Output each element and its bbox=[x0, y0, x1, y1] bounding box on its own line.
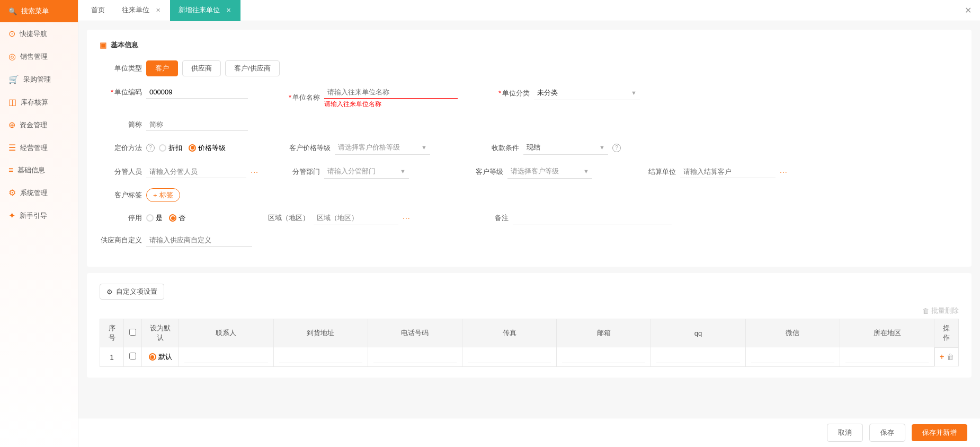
tab-home[interactable]: 首页 bbox=[83, 0, 113, 21]
settlement-dots[interactable]: ··· bbox=[780, 168, 788, 176]
wechat-input[interactable] bbox=[751, 350, 834, 363]
manager-label: 分管人员 bbox=[100, 167, 142, 177]
custom-settings-button[interactable]: ⚙ 自定义项设置 bbox=[100, 284, 164, 300]
tab-add-partner[interactable]: 新增往来单位 ✕ bbox=[170, 0, 240, 21]
settlement-field: 结算单位 ··· bbox=[634, 165, 959, 178]
pricing-discount[interactable]: 折扣 bbox=[159, 143, 182, 153]
payment-field: 收款条件 现结 ▼ ? bbox=[477, 141, 636, 155]
tab-add-partner-close[interactable]: ✕ bbox=[223, 5, 232, 15]
region-table-input[interactable] bbox=[845, 350, 929, 363]
tab-partners[interactable]: 往来单位 ✕ bbox=[113, 0, 170, 21]
sidebar-item-basic-info[interactable]: ≡ 基础信息 bbox=[0, 159, 78, 181]
settlement-label: 结算单位 bbox=[634, 167, 676, 177]
disabled-label: 停用 bbox=[100, 213, 142, 223]
disabled-yes[interactable]: 是 bbox=[146, 213, 163, 223]
cancel-button[interactable]: 取消 bbox=[827, 424, 863, 442]
tab-bar-close-all[interactable]: ✕ bbox=[960, 5, 976, 15]
code-field: *单位编码 bbox=[100, 86, 248, 99]
delete-row-btn[interactable]: 🗑 bbox=[947, 353, 954, 361]
manager-input[interactable] bbox=[146, 165, 246, 178]
cell-phone bbox=[368, 347, 462, 367]
region-dots[interactable]: ··· bbox=[403, 214, 411, 222]
region-input[interactable] bbox=[314, 212, 398, 224]
manager-field: 分管人员 ··· bbox=[100, 165, 259, 178]
dept-field: 分管部门 请输入分管部门 ▼ bbox=[278, 164, 436, 179]
row-default-radio[interactable]: 默认 bbox=[147, 352, 173, 362]
tab-partners-close[interactable]: ✕ bbox=[153, 5, 162, 15]
customer-grade-label: 客户等级 bbox=[461, 167, 503, 177]
search-menu-item[interactable]: 🔍 搜索菜单 bbox=[0, 0, 78, 22]
disabled-no-inner bbox=[171, 216, 175, 220]
sidebar-item-quick-nav[interactable]: ⊙ 快捷导航 bbox=[0, 22, 78, 45]
contact-input[interactable] bbox=[184, 350, 268, 363]
code-input[interactable] bbox=[146, 86, 248, 99]
unit-type-supplier[interactable]: 供应商 bbox=[182, 60, 221, 76]
name-field: *单位名称 请输入往来单位名称 bbox=[278, 86, 458, 109]
sidebar-item-guide[interactable]: ✦ 新手引导 bbox=[0, 204, 78, 227]
sidebar-item-operations[interactable]: ☰ 经营管理 bbox=[0, 136, 78, 159]
qq-input[interactable] bbox=[656, 350, 740, 363]
price-grade-chevron: ▼ bbox=[421, 144, 427, 151]
remark-input[interactable] bbox=[513, 212, 672, 224]
abbr-input[interactable] bbox=[146, 118, 248, 131]
remark-field: 备注 bbox=[466, 212, 959, 224]
unit-type-both[interactable]: 客户/供应商 bbox=[225, 60, 280, 76]
select-all-checkbox[interactable] bbox=[129, 329, 136, 336]
customer-grade-select[interactable]: 请选择客户等级 ▼ bbox=[507, 164, 592, 179]
pricing-grade[interactable]: 价格等级 bbox=[189, 143, 226, 153]
name-input[interactable] bbox=[324, 86, 458, 99]
th-phone: 电话号码 bbox=[368, 319, 462, 347]
search-menu-label: 搜索菜单 bbox=[21, 6, 49, 16]
sidebar-item-purchase[interactable]: 🛒 采购管理 bbox=[0, 68, 78, 91]
supplier-custom-field: 供应商自定义 bbox=[100, 234, 269, 247]
add-row-btn[interactable]: + bbox=[939, 352, 944, 362]
address-input[interactable] bbox=[279, 350, 362, 363]
tag-field: 客户标签 + 标签 bbox=[100, 188, 959, 202]
unit-type-field: 单位类型 客户 供应商 客户/供应商 bbox=[100, 60, 959, 76]
batch-delete-button[interactable]: 🗑 批量删除 bbox=[922, 306, 959, 315]
sidebar-item-label: 经营管理 bbox=[20, 143, 48, 153]
grade-radio-inner bbox=[191, 146, 194, 150]
category-select[interactable]: 未分类 ▼ bbox=[534, 86, 640, 100]
price-grade-label: 客户价格等级 bbox=[288, 143, 331, 153]
supplier-custom-input[interactable] bbox=[146, 234, 252, 247]
cell-fax bbox=[462, 347, 556, 367]
table-header: 序号 设为默认 联系人 到货地址 电话号码 传真 邮箱 qq 微信 所在地区 bbox=[100, 319, 959, 347]
row-checkbox[interactable] bbox=[129, 353, 136, 360]
payment-help-icon[interactable]: ? bbox=[612, 144, 621, 152]
disabled-row: 停用 是 否 区 bbox=[100, 212, 959, 224]
price-grade-select[interactable]: 请选择客户价格等级 ▼ bbox=[335, 141, 430, 155]
tag-add-button[interactable]: + 标签 bbox=[146, 188, 180, 202]
payment-select[interactable]: 现结 ▼ bbox=[523, 141, 608, 155]
sidebar-item-label: 采购管理 bbox=[23, 75, 51, 84]
price-grade-placeholder: 请选择客户价格等级 bbox=[338, 143, 419, 152]
quick-nav-icon: ⊙ bbox=[8, 29, 15, 39]
tag-label: 客户标签 bbox=[100, 190, 142, 200]
disabled-no[interactable]: 否 bbox=[169, 213, 185, 223]
sidebar-item-inventory[interactable]: ◫ 库存核算 bbox=[0, 91, 78, 113]
settlement-input[interactable] bbox=[680, 165, 776, 178]
abbr-field: 简称 bbox=[100, 118, 248, 131]
pricing-label: 定价方法 bbox=[100, 143, 142, 153]
cell-default: 默认 bbox=[142, 347, 179, 367]
batch-delete-label: 批量删除 bbox=[931, 306, 959, 315]
grade-radio-outer bbox=[189, 144, 196, 152]
dept-select[interactable]: 请输入分管部门 ▼ bbox=[324, 164, 409, 179]
save-button[interactable]: 保存 bbox=[869, 424, 905, 442]
discount-radio-outer bbox=[159, 144, 166, 152]
sidebar-item-system[interactable]: ⚙ 系统管理 bbox=[0, 181, 78, 204]
sidebar-item-label: 系统管理 bbox=[20, 188, 48, 198]
pricing-help-icon[interactable]: ? bbox=[146, 144, 155, 152]
settings-icon: ⚙ bbox=[106, 288, 113, 296]
sidebar-item-finance[interactable]: ⊕ 资金管理 bbox=[0, 113, 78, 136]
manager-dots[interactable]: ··· bbox=[251, 168, 259, 176]
unit-type-customer[interactable]: 客户 bbox=[146, 60, 178, 76]
customer-grade-chevron: ▼ bbox=[583, 168, 589, 174]
phone-input[interactable] bbox=[373, 350, 457, 363]
fax-input[interactable] bbox=[468, 350, 551, 363]
save-new-button[interactable]: 保存并新增 bbox=[912, 424, 967, 441]
sidebar-item-sales[interactable]: ◎ 销售管理 bbox=[0, 45, 78, 68]
name-error-msg: 请输入往来单位名称 bbox=[324, 100, 458, 109]
email-input[interactable] bbox=[562, 350, 645, 363]
custom-settings-label: 自定义项设置 bbox=[116, 287, 157, 296]
